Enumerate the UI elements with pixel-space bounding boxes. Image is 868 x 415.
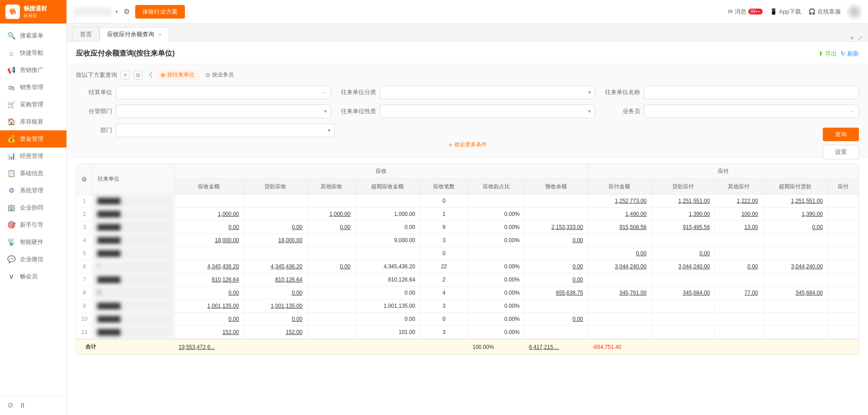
field-settlement-unit: 结算单位 ···	[76, 86, 331, 99]
dept-manage-input[interactable]: ▾	[116, 105, 331, 118]
avatar[interactable]: Rit	[848, 5, 861, 18]
sidebar-footer: ⚙ ⏸	[0, 395, 66, 415]
sidebar-item-marketing[interactable]: 📢 营销推广	[0, 62, 66, 79]
field-dept: 部门 ▾	[76, 124, 335, 137]
sidebar-item-inventory[interactable]: 🏠 库存核算	[0, 113, 66, 130]
sidebar-item-sales[interactable]: 🛍 销售管理	[0, 79, 66, 96]
app-download-btn[interactable]: 📱 App下载	[770, 8, 801, 16]
search-icon: 🔍	[7, 32, 15, 40]
table-row: 1██████01,252,773.001,251,551.001,222.00…	[76, 195, 859, 208]
sidebar-item-corp[interactable]: 🏢 企业协同	[0, 199, 66, 216]
dots-icon-2: ···	[850, 108, 855, 114]
trial-btn[interactable]: 体验行业方案	[135, 5, 185, 19]
service-icon: 🎧	[808, 8, 816, 15]
vip-icon: V	[7, 273, 15, 280]
filter-row-2: 分管部门 ▾ 往来单位性质 ▾ 业务员	[76, 105, 859, 118]
chevron-icon: ▾	[588, 89, 591, 95]
corp-icon: 🏢	[7, 204, 15, 212]
sidebar-item-vip[interactable]: V 畅会员	[0, 268, 66, 285]
dept-manage-label: 分管部门	[76, 107, 112, 115]
filter-section: 按以下方案查询 + ⊙ 《 ⊕ 按往来单位 ⊙ 按业务员 结算单位	[67, 64, 868, 158]
plan-by-staff-btn[interactable]: ⊙ 按业务员	[201, 70, 238, 80]
th-ar-loan: 贷款应收	[244, 179, 307, 195]
filter-settings-btn[interactable]: ⊙	[133, 71, 142, 80]
table-row: 11██████152.00152.00101.0030.00%	[76, 326, 859, 339]
inventory-icon: 🏠	[7, 118, 15, 126]
filter-add-btn[interactable]: +	[121, 71, 130, 80]
query-btn[interactable]: 查询	[823, 128, 859, 141]
sidebar-item-nav[interactable]: ⌂ 快捷导航	[0, 44, 66, 62]
table-row: 10██████0.000.000.0000.00%0.00	[76, 313, 859, 326]
tab-close-icon[interactable]: ×	[159, 32, 161, 37]
settlement-unit-label: 结算单位	[76, 88, 112, 96]
sidebar-item-guide[interactable]: 🎯 新手引导	[0, 216, 66, 234]
sidebar-menu: 🔍 搜索菜单 ⌂ 快捷导航 📢 营销推广 🛍 销售管理 🛒 采购管理 🏠 库存核…	[0, 24, 66, 395]
settings-btn[interactable]: 设置	[823, 145, 859, 159]
unit-category-input[interactable]: ▾	[380, 86, 595, 99]
chevron-icon-2: ▾	[324, 108, 327, 114]
filter-plan-btns: ⊕ 按往来单位 ⊙ 按业务员	[156, 70, 238, 80]
header: ▾ ⚙ 体验行业方案 ✉ 消息 99++ 📱 App下载 🎧 在线客服 Rit	[67, 0, 868, 24]
gear-icon[interactable]: ⚙	[123, 7, 130, 16]
marketing-icon: 📢	[7, 66, 15, 74]
sidebar-item-purchase[interactable]: 🛒 采购管理	[0, 96, 66, 113]
sidebar-item-search[interactable]: 🔍 搜索菜单	[0, 27, 66, 44]
settlement-unit-input[interactable]: ···	[116, 86, 331, 99]
th-ar-overdue: 超期应收金额	[355, 179, 420, 195]
chevron-icon-4: ▾	[328, 127, 330, 134]
unit-name-input[interactable]	[644, 86, 859, 99]
window-expand-icon[interactable]: ⤢	[858, 35, 863, 41]
total-ar-ratio: 100.00%	[468, 339, 524, 354]
sidebar-item-basic[interactable]: 📋 基础信息	[0, 165, 66, 182]
online-service-btn[interactable]: 🎧 在线客服	[808, 8, 841, 16]
tab-home[interactable]: 首页	[72, 27, 99, 41]
tab-current[interactable]: 应收应付余额查询 ×	[99, 27, 169, 42]
table-settings-icon[interactable]: ⚙	[81, 176, 87, 183]
main-content: 应收应付余额查询(按往来单位) ⬆ 导出 ↻ 刷新 按以下方案查询 + ⊙ 《 …	[67, 42, 868, 415]
chevron-icon-3: ▾	[588, 108, 591, 114]
filter-top: 按以下方案查询 + ⊙ 《 ⊕ 按往来单位 ⊙ 按业务员	[76, 70, 859, 80]
salesman-input[interactable]: ···	[644, 105, 859, 118]
table-sub-header: 应收金额 贷款应收 其他应收 超期应收金额 应收笔数 应收款占比 预收余额 应付…	[76, 179, 859, 195]
phone-icon: 📱	[770, 8, 777, 15]
sidebar-item-wechat[interactable]: 💬 企业微信	[0, 251, 66, 268]
th-ar-other: 其他应收	[307, 179, 355, 195]
th-ar-count: 应收笔数	[420, 179, 468, 195]
sales-icon: 🛍	[7, 84, 15, 91]
table-total-row: 合计 19,553,472,6... 100.00% 6,417,215....…	[76, 339, 859, 354]
table-row: 4██████18,000.0018,000.009,000.0030.00%0…	[76, 234, 859, 247]
col-partner-header: 往来单位	[93, 164, 174, 195]
plan-by-unit-btn[interactable]: ⊕ 按往来单位	[156, 70, 199, 80]
table-row: 5██████00.000.00	[76, 247, 859, 260]
filter-collapse-btn[interactable]: 《	[146, 71, 152, 79]
chevron-down-icon[interactable]: ▾	[115, 9, 118, 15]
operation-icon: 📊	[7, 152, 15, 160]
sidebar-item-operation[interactable]: 📊 经营管理	[0, 148, 66, 165]
total-ar-prepay: 6,417,215....	[524, 339, 588, 354]
data-table: ⚙ 往来单位 应收 应付 应收金额 贷款应收 其他应收 超期应收金额 应收笔数 …	[76, 164, 859, 354]
sidebar-item-finance[interactable]: 💰 资金管理	[0, 130, 66, 148]
sidebar-item-hardware[interactable]: 📡 智能硬件	[0, 234, 66, 251]
table-row: 3██████0.000.000.000.0090.00%2,153,333.0…	[76, 221, 859, 234]
export-icon: ⬆	[818, 50, 823, 57]
th-ap-overdue: 超期应付货款	[763, 179, 827, 195]
dept-input[interactable]: ▾	[116, 124, 335, 137]
hardware-icon: 📡	[7, 238, 15, 246]
sidebar-collapse-icon[interactable]: ⏸	[19, 401, 26, 410]
logo-sub: 标准版	[24, 13, 47, 19]
unit-category-label: 往来单位分类	[340, 88, 376, 96]
refresh-btn[interactable]: ↻ 刷新	[840, 50, 859, 58]
export-btn[interactable]: ⬆ 导出	[818, 50, 837, 58]
page-header: 应收应付余额查询(按往来单位) ⬆ 导出 ↻ 刷新	[67, 42, 868, 64]
field-salesman: 业务员 ···	[604, 105, 859, 118]
sidebar-logo: 畅 畅捷通财 标准版	[0, 0, 66, 24]
field-unit-nature: 往来单位性质 ▾	[340, 105, 595, 118]
col-settings-header[interactable]: ⚙	[76, 164, 93, 195]
sidebar-settings-icon[interactable]: ⚙	[7, 401, 14, 410]
collapse-more-btn[interactable]: ∧ 收起更多条件	[76, 137, 859, 152]
tab-bar: 首页 应收应付余额查询 × ✕ ⤢	[67, 24, 868, 42]
window-close-icon[interactable]: ✕	[850, 35, 854, 41]
message-btn[interactable]: ✉ 消息 99++	[728, 8, 763, 16]
unit-nature-input[interactable]: ▾	[380, 105, 595, 118]
sidebar-item-system[interactable]: ⚙ 系统管理	[0, 182, 66, 199]
